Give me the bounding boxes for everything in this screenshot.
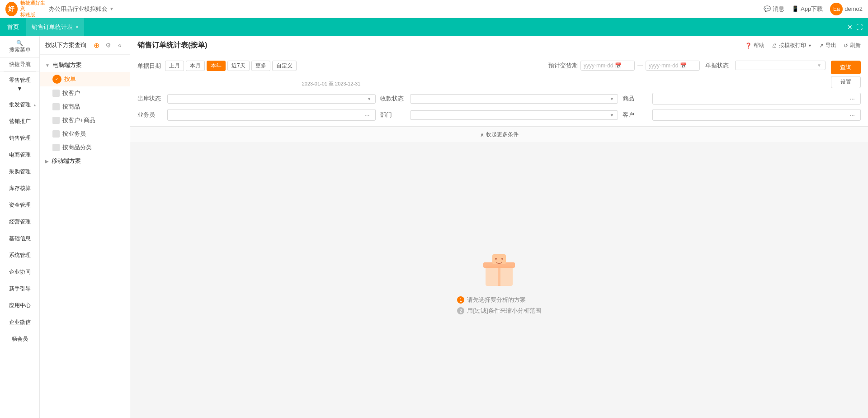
date-btn-this-month[interactable]: 本月 <box>186 61 205 71</box>
left-panel: 按以下方案查询 ⊕ ⚙ « ▼ 电脑端方案 <box>40 36 130 418</box>
chevron-down-icon: ▼ <box>367 96 372 101</box>
sidebar-item-wechat[interactable]: 企业微信 <box>0 314 39 331</box>
avatar: Ea <box>830 3 843 15</box>
sidebar-item-system[interactable]: 系统管理 <box>0 247 39 264</box>
add-plan-button[interactable]: ⊕ <box>92 41 101 50</box>
sidebar-item-enterprise[interactable]: 企业协同 <box>0 264 39 280</box>
maximize-window-icon[interactable]: ⛶ <box>856 24 863 31</box>
department-filter: 部门 ▼ <box>380 109 618 121</box>
sidebar-item-newbie[interactable]: 新手引导 <box>0 280 39 297</box>
tree-item-by-customer[interactable]: 按客户 <box>40 86 130 100</box>
date-range-display: 2023-01-01 至 2023-12-31 <box>302 81 361 88</box>
svg-rect-5 <box>498 266 500 286</box>
status-filter-group: 单据状态 ▼ <box>705 61 826 70</box>
tab-home[interactable]: 首页 <box>0 18 26 36</box>
expected-date-to-input[interactable]: yyyy-mm-dd 📅 <box>646 61 700 71</box>
chevron-down-icon: ▼ <box>817 63 821 68</box>
set-button[interactable]: 设置 <box>831 76 861 88</box>
message-button[interactable]: 💬 消息 <box>764 5 784 13</box>
more-options-icon[interactable]: ··· <box>848 111 857 119</box>
svg-rect-2 <box>492 254 506 264</box>
query-button[interactable]: 查询 <box>831 61 861 74</box>
date-btn-more[interactable]: 更多 <box>251 61 270 71</box>
tree-item-by-salesman[interactable]: 按业务员 <box>40 127 130 141</box>
tree-item-by-customer-goods[interactable]: 按客户+商品 <box>40 114 130 127</box>
logo-icon: 好 <box>5 2 18 16</box>
app-selector[interactable]: 办公用品行业模拟账套 ▼ <box>49 5 760 13</box>
chevron-up-icon: ∧ <box>480 132 484 138</box>
page-title: 销售订单统计表(按单) <box>137 41 208 50</box>
sidebar-item-wholesale[interactable]: 批发管理 <box>0 96 39 113</box>
tree-group-desktop-header[interactable]: ▼ 电脑端方案 <box>40 58 130 72</box>
collapse-icon: « <box>118 42 122 49</box>
date-quick-buttons: 上月 本月 本年 近7天 更多 自定义 <box>165 61 297 71</box>
export-button[interactable]: ↗ 导出 <box>819 42 836 49</box>
content-area: 按以下方案查询 ⊕ ⚙ « ▼ 电脑端方案 <box>40 36 868 418</box>
payment-status-select[interactable]: ▼ <box>410 94 618 104</box>
settings-plan-button[interactable]: ⚙ <box>104 41 113 50</box>
tree-item-by-goods-category[interactable]: 按商品分类 <box>40 141 130 154</box>
filter-row-2: 出库状态 ▼ 收款状态 ▼ 商品 <box>137 93 861 104</box>
delivery-status-select[interactable]: ▼ <box>167 94 376 104</box>
left-panel-actions: ⊕ ⚙ « <box>92 41 124 50</box>
expected-date-group: 预计交货期 yyyy-mm-dd 📅 — yyyy-mm-dd 📅 <box>366 61 700 71</box>
sidebar-item-sales[interactable]: 销售管理 <box>0 130 39 147</box>
user-menu[interactable]: Ea demo2 <box>830 3 863 15</box>
right-panel: 销售订单统计表(按单) ❓ 帮助 🖨 按模板打印 ▼ ↗ 导出 <box>130 36 868 418</box>
sidebar-search[interactable]: 🔍 搜索菜单 <box>0 36 39 58</box>
tree-item-icon <box>52 130 60 138</box>
sidebar-item-marketing[interactable]: 营销推广 <box>0 113 39 130</box>
collapse-bar[interactable]: ∧ 收起更多条件 <box>130 127 868 142</box>
payment-status-filter: 收款状态 ▼ <box>380 93 618 104</box>
page-toolbar: ❓ 帮助 🖨 按模板打印 ▼ ↗ 导出 ↺ 刷新 <box>745 42 861 49</box>
tree-item-by-goods[interactable]: 按商品 <box>40 100 130 114</box>
chevron-down-icon: ▼ <box>609 113 614 118</box>
print-icon: 🖨 <box>772 43 777 49</box>
sidebar-item-inventory[interactable]: 库存核算 <box>0 180 39 197</box>
date-btn-custom[interactable]: 自定义 <box>272 61 297 71</box>
tab-sales-order-stats[interactable]: 销售订单统计表 × <box>26 18 84 36</box>
tree-group-mobile-header[interactable]: ▶ 移动端方案 <box>40 154 130 168</box>
expected-date-from-input[interactable]: yyyy-mm-dd 📅 <box>580 61 635 71</box>
sidebar-item-zero-retail[interactable]: 零售管理 <box>0 72 39 96</box>
status-select[interactable]: ▼ <box>735 61 826 70</box>
refresh-button[interactable]: ↺ 刷新 <box>844 42 861 49</box>
sidebar-item-basic[interactable]: 基础信息 <box>0 230 39 247</box>
tree-group-mobile: ▶ 移动端方案 <box>40 154 130 168</box>
tree-item-by-order[interactable]: ✓ 按单 <box>40 72 130 86</box>
sidebar-quick-nav[interactable]: 快捷导航 <box>0 58 39 71</box>
goods-select[interactable]: ··· <box>652 93 861 104</box>
tab-close-icon[interactable]: × <box>75 24 79 30</box>
refresh-icon: ↺ <box>844 43 848 49</box>
help-button[interactable]: ❓ 帮助 <box>745 42 764 49</box>
action-buttons: 查询 设置 <box>831 61 861 88</box>
more-options-icon[interactable]: ··· <box>363 111 372 119</box>
customer-select[interactable]: ··· <box>652 109 861 121</box>
collapse-panel-button[interactable]: « <box>115 41 124 50</box>
logo-area: 好 畅捷通好生意 标账版 <box>5 0 45 18</box>
date-btn-7days[interactable]: 近7天 <box>227 61 250 71</box>
department-select[interactable]: ▼ <box>410 110 618 120</box>
goods-filter: 商品 ··· <box>623 93 861 104</box>
sidebar-item-purchase[interactable]: 采购管理 <box>0 163 39 180</box>
date-btn-last-month[interactable]: 上月 <box>165 61 184 71</box>
date-btn-this-year[interactable]: 本年 <box>207 61 226 71</box>
more-options-icon[interactable]: ··· <box>848 95 857 102</box>
chevron-down-icon: ▼ <box>609 96 614 101</box>
salesman-select[interactable]: ··· <box>167 109 376 121</box>
sidebar-item-member[interactable]: 畅会员 <box>0 331 39 347</box>
sidebar-item-finance[interactable]: 资金管理 <box>0 197 39 214</box>
chevron-down-icon: ▼ <box>808 43 812 48</box>
chevron-down-icon: ▼ <box>109 6 114 11</box>
settings-icon: ⚙ <box>105 42 111 49</box>
filter-area: 单据日期 上月 本月 本年 近7天 更多 自定义 2023-01-01 至 20… <box>130 55 868 127</box>
tab-bar-right: ✕ ⛶ <box>847 24 868 31</box>
print-button[interactable]: 🖨 按模板打印 ▼ <box>772 42 812 49</box>
sidebar-item-ecommerce[interactable]: 电商管理 <box>0 147 39 163</box>
close-window-icon[interactable]: ✕ <box>847 24 853 31</box>
sidebar-item-operation[interactable]: 经营管理 <box>0 214 39 230</box>
sidebar-item-appcenter[interactable]: 应用中心 <box>0 297 39 314</box>
tree-expand-icon: ▶ <box>45 159 49 164</box>
filter-row-1: 单据日期 上月 本月 本年 近7天 更多 自定义 2023-01-01 至 20… <box>137 61 861 88</box>
app-download-button[interactable]: 📱 App下载 <box>792 5 823 13</box>
